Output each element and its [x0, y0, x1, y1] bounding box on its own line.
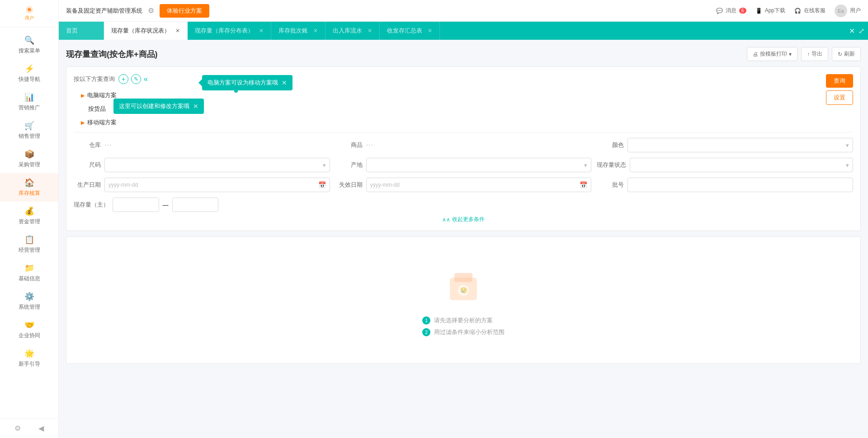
tab-batch-account[interactable]: 库存批次账 ✕: [271, 22, 326, 40]
message-action[interactable]: 💬 消息 6: [716, 7, 746, 14]
scheme-arrow-icon[interactable]: «: [144, 75, 148, 83]
warehouse-dots[interactable]: ···: [104, 141, 112, 149]
edit-scheme-button[interactable]: ✎: [131, 74, 141, 84]
app-logo: 畅: [21, 5, 38, 14]
fullscreen-icon[interactable]: ⤢: [859, 27, 864, 35]
headset-icon: 🎧: [794, 8, 801, 14]
tip-num-2: 2: [422, 328, 430, 336]
tab-home[interactable]: 首页: [59, 22, 104, 40]
batch-input[interactable]: [627, 178, 853, 192]
sidebar-item-enterprise[interactable]: 🤝 企业协同: [0, 316, 58, 344]
expire-date-input[interactable]: yyyy-mm-dd 📅: [366, 178, 592, 192]
settings-icon[interactable]: ⚙: [148, 6, 154, 15]
user-action[interactable]: Ea 用户: [835, 5, 861, 17]
tab-close-batch-account[interactable]: ✕: [313, 28, 318, 34]
export-button[interactable]: ↑ 导出: [801, 47, 828, 61]
message-icon: 💬: [716, 8, 723, 14]
origin-field: 产地 ▾: [335, 158, 592, 172]
system-icon: ⚙️: [24, 292, 34, 301]
stock-status-label: 现存量状态: [597, 161, 626, 169]
sidebar-item-inventory[interactable]: 🏠 库存核算: [0, 173, 58, 202]
page-title: 现存量查询(按仓库+商品): [66, 49, 158, 60]
settings-button[interactable]: 设置: [826, 90, 853, 105]
sidebar-item-label: 资金管理: [19, 218, 40, 226]
filter-row-3: 生产日期 yyyy-mm-dd 📅 失效日期 yyyy-mm-dd 📅 批号: [74, 178, 853, 192]
stock-main-input-from[interactable]: [113, 198, 159, 212]
prod-date-calendar-icon: 📅: [318, 181, 326, 188]
color-label: 颜色: [597, 141, 624, 149]
origin-select[interactable]: ▾: [366, 158, 592, 172]
warehouse-field: 仓库 ···: [74, 138, 330, 152]
batch-field: 批号: [597, 178, 853, 192]
basic-icon: 📁: [24, 263, 34, 273]
phone-icon: 📱: [755, 8, 762, 14]
svg-text:畅: 畅: [28, 8, 31, 12]
settings-footer-icon[interactable]: ⚙: [14, 424, 21, 433]
empty-state: 😢 1 请先选择要分析的方案 2 用过滤条件来缩小分析范围: [66, 237, 860, 363]
tab-close-in-out-flow[interactable]: ✕: [368, 28, 372, 34]
svg-rect-3: [454, 273, 472, 282]
stock-status-select[interactable]: ▾: [630, 158, 853, 172]
filter-divider: [74, 132, 853, 132]
sidebar-item-label: 采购管理: [19, 161, 40, 169]
sidebar-item-basic[interactable]: 📁 基础信息: [0, 259, 58, 287]
trial-button[interactable]: 体验行业方案: [160, 4, 209, 18]
sidebar-item-label: 搜索菜单: [19, 47, 40, 55]
scheme-tooltip2-close[interactable]: ✕: [193, 103, 198, 110]
action-buttons: 查询 设置: [826, 74, 853, 105]
color-dropdown-icon: ▾: [846, 142, 849, 149]
guide-icon: 🌟: [24, 349, 34, 358]
scheme-tooltip-close[interactable]: ✕: [282, 79, 287, 86]
sidebar-item-label: 经营管理: [19, 246, 40, 254]
stock-main-input-to[interactable]: [172, 198, 219, 212]
tip-text-2: 用过滤条件来缩小分析范围: [434, 328, 505, 336]
export-icon: ↑: [807, 51, 810, 57]
color-select[interactable]: ▾: [627, 138, 853, 152]
expire-date-label: 失效日期: [335, 181, 363, 189]
support-action[interactable]: 🎧 在线客服: [794, 7, 826, 14]
sidebar-item-system[interactable]: ⚙️ 系统管理: [0, 287, 58, 316]
export-label: 导出: [811, 50, 822, 58]
sidebar: 畅 用户 🔍 搜索菜单 ⚡ 快捷导航 📊 营销推广 🛒 销售管理 📦 采购管理 …: [0, 0, 59, 438]
size-label: 尺码: [74, 161, 101, 169]
tab-inventory-status-label: 现存量（库存状况表）: [111, 27, 170, 35]
sidebar-item-sales[interactable]: 🛒 销售管理: [0, 116, 58, 145]
sidebar-item-operation[interactable]: 📋 经营管理: [0, 230, 58, 259]
sidebar-item-search[interactable]: 🔍 搜索菜单: [0, 31, 58, 59]
sidebar-item-marketing[interactable]: 📊 营销推广: [0, 88, 58, 116]
goods-dots[interactable]: ···: [366, 141, 373, 149]
print-button[interactable]: 🖨 按模板打印 ▾: [747, 47, 797, 61]
tab-inventory-status[interactable]: 现存量（库存状况表） ✕: [104, 22, 188, 40]
collapse-button[interactable]: ∧∧ 收起更多条件: [74, 216, 853, 223]
expire-date-calendar-icon: 📅: [580, 181, 587, 188]
sidebar-item-purchase[interactable]: 📦 采购管理: [0, 145, 58, 173]
refresh-button[interactable]: ↻ 刷新: [832, 47, 861, 61]
prod-date-input[interactable]: yyyy-mm-dd 📅: [104, 178, 330, 192]
tab-in-out-flow[interactable]: 出入库流水 ✕: [326, 22, 380, 40]
size-select[interactable]: ▾: [104, 158, 330, 172]
goods-label: 商品: [335, 141, 363, 149]
collapse-sidebar-icon[interactable]: ◀: [38, 424, 44, 433]
sidebar-item-label: 基础信息: [19, 275, 40, 283]
scheme-mobile-arrow: ▶: [81, 120, 85, 126]
tab-collect-summary[interactable]: 收发存汇总表 ✕: [380, 22, 440, 40]
add-scheme-button[interactable]: +: [118, 74, 128, 84]
topbar-left: 装备及固定资产辅助管理系统 ⚙ 体验行业方案: [66, 4, 209, 18]
query-button[interactable]: 查询: [826, 74, 853, 88]
tab-close-collect-summary[interactable]: ✕: [428, 28, 432, 34]
tab-close-inventory-status[interactable]: ✕: [175, 28, 180, 34]
sidebar-item-nav[interactable]: ⚡ 快捷导航: [0, 59, 58, 88]
close-all-tabs-icon[interactable]: ✕: [849, 27, 855, 35]
sidebar-item-guide[interactable]: 🌟 新手引导: [0, 344, 58, 372]
sidebar-item-finance[interactable]: 💰 资金管理: [0, 202, 58, 230]
tab-batch-account-label: 库存批次账: [278, 27, 308, 35]
collapse-up-icon: ∧∧: [442, 217, 450, 223]
scheme-mobile-item[interactable]: ▶ 移动端方案: [81, 117, 853, 128]
tab-inventory-dist[interactable]: 现存量（库存分布表） ✕: [188, 22, 271, 40]
sidebar-item-label: 快捷导航: [19, 75, 40, 83]
app-download-action[interactable]: 📱 App下载: [755, 7, 785, 14]
empty-illustration: 😢: [441, 264, 486, 309]
tab-in-out-flow-label: 出入库流水: [333, 27, 362, 35]
tab-close-inventory-dist[interactable]: ✕: [259, 28, 264, 34]
topbar-right: 💬 消息 6 📱 App下载 🎧 在线客服 Ea 用户: [716, 5, 861, 17]
